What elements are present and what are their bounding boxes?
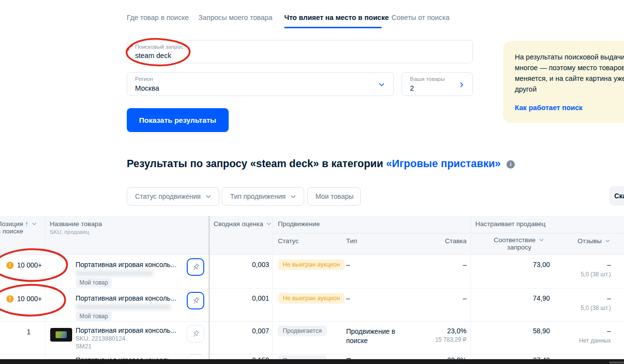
row-match: 58,90: [469, 327, 550, 335]
results-table: Позиция ↑ в поиске Название товара SKU, …: [0, 216, 624, 364]
row-bid: –: [404, 261, 467, 268]
blurred-sku: [76, 270, 154, 276]
col-position-label2: в поиске: [0, 228, 38, 235]
filter-promo-type[interactable]: Тип продвижения: [222, 187, 304, 206]
search-query-field[interactable]: Поисковый запрос: [127, 40, 473, 63]
tab-what-affects-rank[interactable]: Что влияет на место в поиске: [284, 14, 389, 21]
col-score-header[interactable]: Сводная оценка: [214, 220, 272, 228]
pin-button[interactable]: [187, 292, 204, 309]
col-name-label: Название товара: [50, 220, 102, 228]
product-name-link[interactable]: Портативная игровая консоль...: [76, 326, 176, 334]
col-position-header[interactable]: Позиция ↑ в поиске: [0, 220, 38, 235]
filter-promo-status-label: Статус продвижения: [135, 192, 201, 200]
filter-my-items[interactable]: Мои товары: [307, 187, 361, 206]
results-heading: Результаты по запросу «steam deck» в кат…: [127, 158, 515, 170]
download-button[interactable]: Скачать: [609, 186, 624, 206]
status-badge: Не выигран аукцион: [278, 259, 345, 270]
pushpin-icon: [190, 295, 201, 307]
col-name-sublabel: SKU, продавец: [50, 229, 102, 235]
tab-where-product[interactable]: Где товар в поиске: [127, 14, 189, 21]
group-promo-header: Продвижение: [278, 220, 320, 228]
how-search-works-link[interactable]: Как работает поиск: [515, 102, 583, 113]
row-match: 74,90: [469, 294, 550, 302]
tab-search-tips[interactable]: Советы от поиска: [391, 14, 449, 21]
info-line: меняется, и на сайте картина уже: [515, 73, 624, 84]
table-row[interactable]: ! 10 000+ Портативная игровая консоль...…: [0, 288, 624, 322]
filter-promo-type-label: Тип продвижения: [230, 192, 286, 200]
col-match-label: Соответствие: [494, 236, 536, 244]
my-item-badge: Мой товар: [76, 311, 112, 321]
status-badge: Продвигается: [278, 326, 327, 336]
table-header: Позиция ↑ в поиске Название товара SKU, …: [0, 216, 624, 255]
info-line: На результаты поисковой выдачи: [515, 52, 624, 62]
col-match-header[interactable]: Соответствие запросу: [483, 236, 556, 251]
chevron-down-icon: [31, 221, 38, 227]
active-tab-underline: [284, 27, 382, 28]
product-thumbnail: [50, 328, 72, 342]
row-reviews-sub: Нет данных: [555, 337, 611, 344]
your-products-box[interactable]: Ваши товары 2: [402, 72, 473, 96]
warning-icon: !: [6, 295, 14, 303]
region-select[interactable]: Регион Москва: [127, 72, 394, 96]
status-badge: Не выигран аукцион: [278, 293, 345, 304]
header-group-divider: [272, 233, 624, 233]
filter-my-items-label: Мои товары: [315, 192, 353, 200]
col-type-header: Тип: [346, 237, 357, 245]
row-promo-type: Продвижение в поиске: [346, 327, 405, 345]
row-reviews: –: [555, 261, 611, 268]
row-position: 10 000+: [17, 295, 42, 303]
seller-analytics-page: Где товар в поиске Запросы моего товара …: [0, 0, 624, 364]
row-bid: –: [404, 294, 467, 302]
table-row[interactable]: ! 10 000+ Портативная игровая консоль...…: [0, 255, 624, 288]
product-name-link[interactable]: Портативная игровая консоль...: [76, 294, 176, 302]
row-position: 1: [27, 328, 31, 336]
row-seller: SM21: [76, 343, 92, 350]
warning-icon: !: [6, 262, 14, 269]
column-divider: [272, 216, 273, 359]
chevron-down-icon: [205, 193, 212, 200]
filter-promo-status[interactable]: Статус продвижения: [127, 187, 219, 206]
sort-asc-icon: ↑: [25, 220, 28, 228]
info-line: другой: [515, 84, 624, 95]
category-link[interactable]: «Игровые приставки»: [386, 158, 501, 170]
col-position-label: Позиция: [0, 220, 23, 228]
column-divider: [470, 216, 471, 359]
pin-button[interactable]: [187, 258, 204, 276]
your-products-label: Ваши товары: [410, 76, 445, 82]
bar-handle: [609, 362, 624, 364]
search-info-box: На результаты поисковой выдачи многое — …: [503, 41, 624, 123]
results-heading-text: Результаты по запросу «steam deck» в кат…: [127, 158, 383, 170]
row-promo-type: –: [346, 261, 350, 268]
row-promo-type: –: [346, 294, 350, 302]
region-value: Москва: [135, 84, 348, 92]
row-bid: 23,0%: [404, 327, 467, 335]
col-reviews-header[interactable]: Отзывы: [555, 237, 611, 245]
row-reviews: –: [555, 294, 611, 302]
pushpin-icon: [190, 261, 201, 273]
pin-button[interactable]: [187, 325, 204, 343]
tab-my-product-queries[interactable]: Запросы моего товара: [198, 14, 273, 21]
info-line: многое — поэтому место товаров: [515, 62, 624, 73]
row-reviews-sub: 5,0 (38 шт.): [555, 271, 611, 278]
col-name-header: Название товара SKU, продавец: [50, 220, 102, 235]
pushpin-icon: [190, 328, 201, 340]
row-match: 73,00: [469, 261, 550, 268]
group-seller-header: Настраивает продавец: [475, 220, 546, 228]
col-status-header: Статус: [278, 237, 299, 245]
chevron-down-icon: [604, 238, 611, 244]
col-reviews-label: Отзывы: [578, 237, 602, 245]
column-divider: [45, 216, 45, 359]
info-icon[interactable]: i: [507, 160, 515, 169]
product-name-link[interactable]: Портативная игровая консоль...: [76, 261, 176, 268]
console-screen: [56, 331, 67, 338]
col-match-label2: запросу: [483, 244, 556, 251]
col-bid-header: Ставка: [404, 237, 467, 245]
show-results-button[interactable]: Показать результаты: [127, 108, 229, 132]
row-bid-sub: 15 783,29 ₽: [404, 336, 467, 343]
row-score: 0,001: [208, 294, 269, 302]
row-reviews-sub: 5,0 (38 шт.): [555, 305, 611, 311]
search-query-input[interactable]: [135, 52, 411, 59]
row-score: 0,003: [208, 261, 269, 268]
row-position: 10 000+: [17, 261, 42, 269]
table-row[interactable]: 1 Портативная игровая консоль... SKU: 22…: [0, 322, 624, 354]
